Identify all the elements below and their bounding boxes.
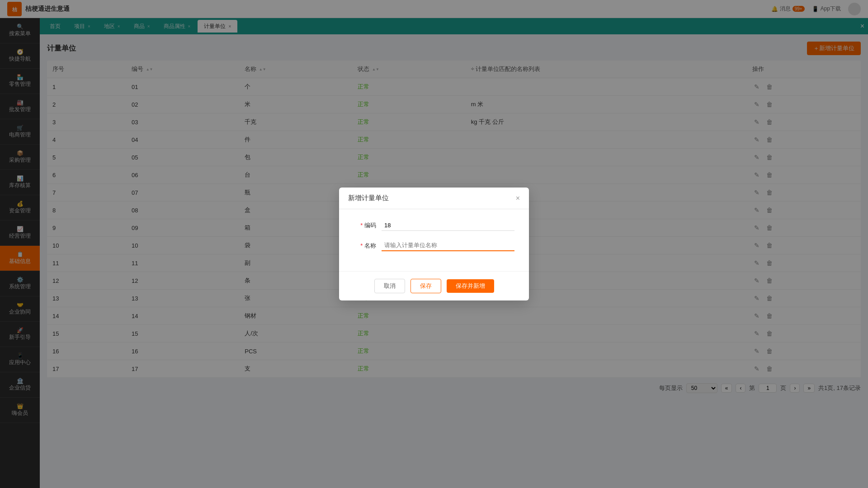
save-and-new-button[interactable]: 保存并新增 (447, 279, 494, 293)
modal-close-btn[interactable]: × (516, 194, 520, 202)
code-label: 编码 (354, 221, 376, 230)
modal-overlay[interactable]: 新增计量单位 × 编码 名称 取消 保存 保存并新增 (0, 0, 868, 488)
save-button[interactable]: 保存 (410, 279, 441, 293)
form-row-code: 编码 (354, 220, 514, 231)
modal-title: 新增计量单位 (348, 194, 389, 202)
name-label: 名称 (354, 242, 376, 250)
modal-footer: 取消 保存 保存并新增 (339, 271, 529, 300)
name-input[interactable] (382, 240, 514, 251)
modal-dialog: 新增计量单位 × 编码 名称 取消 保存 保存并新增 (339, 188, 529, 300)
form-row-name: 名称 (354, 240, 514, 251)
cancel-button[interactable]: 取消 (374, 279, 405, 293)
modal-body: 编码 名称 (339, 209, 529, 271)
code-input[interactable] (382, 220, 514, 231)
modal-header: 新增计量单位 × (339, 188, 529, 209)
